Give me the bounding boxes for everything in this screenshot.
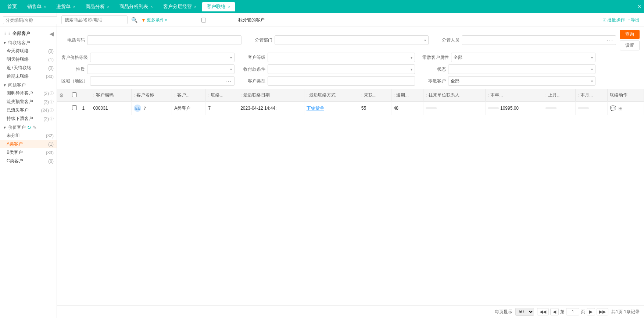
query-button[interactable]: 查询 bbox=[620, 30, 640, 39]
nav-analysis[interactable]: 商品分析 × bbox=[81, 2, 114, 11]
first-page-button[interactable]: ◀◀ bbox=[537, 308, 549, 315]
top-nav: 首页 销售单 × 进货单 × 商品分析 × 商品分析列表 × 客户分层经营 × … bbox=[0, 0, 644, 13]
status-arrow: ▾ bbox=[591, 67, 593, 71]
info-icon-lost: ⓘ bbox=[50, 107, 54, 113]
value-edit-icon[interactable]: ✎ bbox=[33, 125, 37, 130]
manager-input-wrap[interactable]: ··· bbox=[462, 35, 616, 45]
retail-customer-arrow: ▾ bbox=[591, 79, 593, 83]
col-type: :客户... bbox=[172, 89, 206, 102]
row-this-month bbox=[575, 102, 608, 115]
close-analysis-list-icon[interactable]: × bbox=[150, 4, 153, 9]
settings-button[interactable]: 设置 bbox=[620, 40, 640, 50]
status-wrap[interactable]: ▾ bbox=[448, 64, 595, 74]
export-button[interactable]: ↑ 导出 bbox=[628, 17, 640, 23]
filter-row-2: 客户价格等级 ▾ 客户等级 ▾ 零散客户属性 bbox=[61, 53, 640, 62]
more-conditions-button[interactable]: ▼ 更多条件 ▾ bbox=[141, 17, 167, 23]
close-sales-icon[interactable]: × bbox=[44, 4, 46, 9]
customer-level-wrap[interactable]: ▾ bbox=[268, 53, 415, 62]
sidebar-item-class-c[interactable]: C类客户 (6) bbox=[0, 157, 57, 165]
sidebar-item-unclassified[interactable]: 未分组 (32) bbox=[0, 131, 57, 140]
info-icon-abnormal: ⓘ bbox=[50, 91, 54, 96]
batch-op-button[interactable]: ☑ 批量操作 bbox=[602, 17, 625, 23]
my-customers-checkbox[interactable]: 我分管的客户 bbox=[171, 17, 265, 23]
filter-retail-attr: 零散客户属性 全部 ▾ bbox=[422, 53, 595, 62]
close-analysis-icon[interactable]: × bbox=[107, 4, 109, 9]
sidebar-item-abnormal[interactable]: 囤购异常客户 (2) ⓘ bbox=[0, 89, 57, 98]
row-no-contact: 55 bbox=[359, 102, 391, 115]
sidebar-section-pending[interactable]: ▼ 待联络客户 bbox=[0, 38, 57, 47]
price-level-wrap[interactable]: ▾ bbox=[90, 53, 235, 62]
qr-icon[interactable]: ⊞ bbox=[618, 105, 623, 111]
col-no-contact: :未联... bbox=[359, 89, 391, 102]
row-checkbox-cell bbox=[69, 102, 80, 115]
next-page-button[interactable]: ▶ bbox=[587, 308, 595, 315]
region-wrap[interactable]: ··· bbox=[90, 76, 235, 86]
col-name: :客户名称 bbox=[131, 89, 172, 102]
filter-search-icon[interactable]: 🔍 bbox=[131, 17, 137, 23]
select-all-checkbox[interactable] bbox=[72, 92, 77, 97]
close-contact-icon[interactable]: × bbox=[228, 4, 230, 9]
payment-wrap[interactable]: ▾ bbox=[268, 64, 415, 74]
sidebar-item-class-b[interactable]: B类客户 (33) bbox=[0, 148, 57, 157]
nav-customer-segment[interactable]: 客户分层经营 × bbox=[159, 2, 201, 11]
sidebar-item-class-a[interactable]: A类客户 (1) bbox=[0, 140, 57, 148]
filter-customer-level: 客户等级 ▾ bbox=[242, 53, 415, 62]
filter-price-level: 客户价格等级 ▾ bbox=[61, 53, 235, 62]
sidebar-item-today[interactable]: 今天待联络 (0) bbox=[0, 47, 57, 55]
customer-table: ⚙ :客户编码 :客户名称 :客户... bbox=[57, 89, 644, 115]
sidebar-content: ⋮⋮ 全部客户 ◀ ▼ 待联络客户 今天待联络 (0) 明天待联络 (1) 近7… bbox=[0, 27, 57, 318]
search-input[interactable] bbox=[61, 15, 128, 24]
filter-retail-customer: 零散客户 全部 ▾ bbox=[422, 76, 595, 86]
sidebar-item-overdue[interactable]: 逾期未联络 (30) bbox=[0, 72, 57, 81]
sidebar-item-lost[interactable]: 已流失客户 (24) ⓘ bbox=[0, 106, 57, 114]
sidebar-search-input[interactable] bbox=[3, 16, 63, 24]
nav-home[interactable]: 首页 bbox=[3, 2, 21, 11]
page-size-select[interactable]: 20 50 100 bbox=[515, 308, 534, 316]
nav-customer-contact[interactable]: 客户联络 × bbox=[202, 2, 235, 11]
row-unit-contact bbox=[423, 102, 486, 115]
close-segment-icon[interactable]: × bbox=[194, 4, 196, 9]
filter-region: 区域（地区） ··· bbox=[61, 76, 235, 86]
col-this-year: :本年... bbox=[485, 89, 543, 102]
retail-customer-wrap[interactable]: 全部 ▾ bbox=[448, 76, 595, 86]
sidebar-item-declining[interactable]: 持续下滑客户 (2) ⓘ bbox=[0, 114, 57, 123]
close-purchase-icon[interactable]: × bbox=[73, 4, 75, 9]
sidebar-collapse-icon: ◀ bbox=[50, 31, 54, 37]
col-last-method: :最后联络方式 bbox=[304, 89, 359, 102]
filter-bar: 🔍 ▼ 更多条件 ▾ 我分管的客户 ☑ 批量操作 ↑ 导出 bbox=[57, 13, 644, 27]
nav-analysis-list[interactable]: 商品分析列表 × bbox=[115, 2, 157, 11]
dept-input-wrap[interactable]: ▾ bbox=[275, 35, 429, 45]
my-customers-check[interactable] bbox=[171, 18, 237, 22]
last-page-button[interactable]: ▶▶ bbox=[597, 308, 608, 315]
table-settings-icon[interactable]: ⚙ bbox=[59, 92, 64, 98]
col-last-date: :最后联络日期 bbox=[238, 89, 304, 102]
col-this-month: :本月... bbox=[575, 89, 608, 102]
sidebar-item-tomorrow[interactable]: 明天待联络 (1) bbox=[0, 55, 57, 64]
sidebar-section-value[interactable]: ▼ 价值客户 ↻ ✎ bbox=[0, 123, 57, 131]
filter-row-1: 电话号码 分管部门 ▾ 分管人员 bbox=[61, 30, 640, 50]
row-checkbox[interactable] bbox=[72, 105, 77, 110]
col-settings: ⚙ bbox=[57, 89, 69, 102]
col-contacts: :联络... bbox=[206, 89, 238, 102]
filter-right: ☑ 批量操作 ↑ 导出 bbox=[602, 17, 640, 23]
row-last-month bbox=[543, 102, 575, 115]
customer-type-wrap[interactable] bbox=[268, 76, 415, 86]
nav-purchase[interactable]: 进货单 × bbox=[52, 2, 79, 11]
sidebar-item-7days[interactable]: 近7天待联络 (0) bbox=[0, 64, 57, 72]
row-overdue: 48 bbox=[391, 102, 423, 115]
prev-page-button[interactable]: ◀ bbox=[550, 308, 559, 315]
sidebar-section-problem[interactable]: ▼ 问题客户 bbox=[0, 81, 57, 89]
value-refresh-icon[interactable]: ↻ bbox=[27, 125, 31, 130]
sidebar-all-customers[interactable]: ⋮⋮ 全部客户 ◀ bbox=[0, 29, 57, 38]
chat-icon[interactable]: 💬 bbox=[610, 105, 616, 111]
payment-arrow: ▾ bbox=[411, 67, 412, 71]
nature-wrap[interactable]: ▾ bbox=[87, 64, 235, 74]
page-number-input[interactable] bbox=[566, 308, 579, 315]
close-all-button[interactable]: × bbox=[638, 3, 641, 10]
col-code: :客户编码 bbox=[91, 89, 131, 102]
retail-attr-wrap[interactable]: 全部 ▾ bbox=[451, 53, 595, 62]
sidebar-item-loss-warning[interactable]: 流失预警客户 (3) ⓘ bbox=[0, 98, 57, 106]
phone-input-wrap[interactable] bbox=[87, 35, 242, 45]
nav-sales[interactable]: 销售单 × bbox=[23, 2, 50, 11]
retail-attr-arrow: ▾ bbox=[591, 56, 593, 60]
